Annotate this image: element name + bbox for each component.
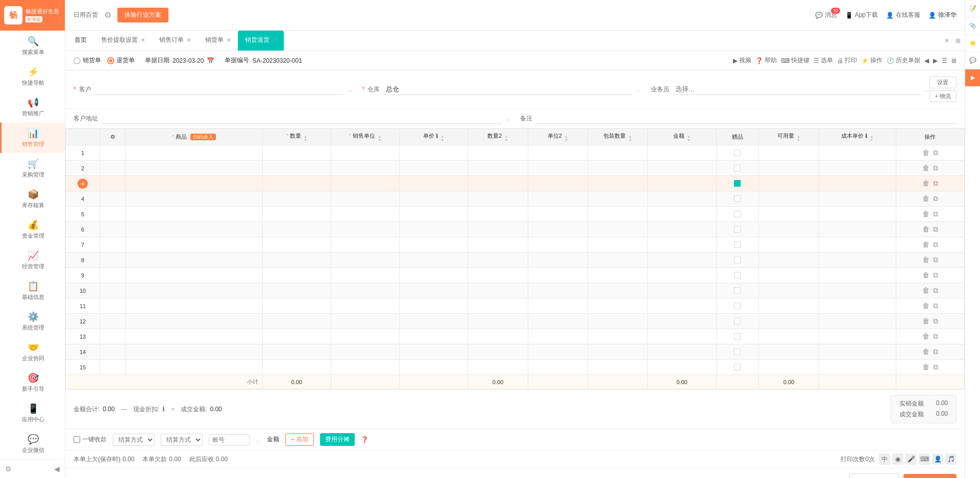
unit2-sort[interactable]: ▲▼ [565,135,568,142]
row-8-copy[interactable]: ⧉ [932,255,939,265]
unit-sort[interactable]: ▲▼ [378,135,381,142]
tab-menu[interactable]: ⊞ [953,35,963,46]
next-record-btn[interactable]: ▶ [933,57,938,64]
row-3-amount[interactable] [648,176,716,191]
pkg-sort[interactable]: ▲▼ [628,135,632,142]
sidebar-item-shortcut[interactable]: ⚡ 快捷导航 [0,61,65,92]
sidebar-item-marketing[interactable]: 📢 营销推广 [0,92,65,122]
radio-return[interactable]: 退货单 [107,56,135,65]
float-btn-attachment[interactable]: 📎 [965,17,980,35]
settlement-method-select[interactable]: 结算方式 [113,434,155,446]
qty-sort[interactable]: ▲▼ [304,135,307,142]
row-3-add-btn[interactable]: + [66,176,100,191]
salesperson-input[interactable] [672,84,921,95]
account-number-input[interactable] [209,434,250,445]
collapse-btn[interactable]: ◀ [54,465,60,473]
row-2-unit2[interactable] [528,161,587,176]
row-7-copy[interactable]: ⧉ [932,239,939,250]
customer-input[interactable] [94,84,344,95]
calc-method-select[interactable]: 结算方式 [161,434,203,446]
online-service-button[interactable]: 👤 在线客服 [886,11,920,19]
row-6-copy[interactable]: ⧉ [932,224,939,235]
row-1-unit[interactable] [331,145,399,161]
salesperson-more-btn[interactable]: ... [924,86,929,93]
row-2-qty[interactable] [262,161,331,176]
row-1-unit2[interactable] [528,145,587,161]
toolbar-icon-1[interactable]: 中 [879,454,890,465]
address-input[interactable] [101,113,502,124]
row-5-copy[interactable]: ⧉ [932,209,939,219]
sidebar-item-stock[interactable]: 📦 库存核算 [0,184,65,214]
row-6-delete[interactable]: 🗑 [921,224,930,234]
row-1-price[interactable] [400,145,468,161]
sidebar-item-apps[interactable]: 📱 应用中心 [0,398,65,429]
sidebar-item-system[interactable]: ⚙️ 系统管理 [0,306,65,337]
add-payment-button[interactable]: + 添加 [285,433,314,446]
row-1-delete[interactable]: 🗑 [921,147,930,158]
row-1-gift[interactable] [716,145,759,161]
row-3-delete[interactable]: 🗑 [921,178,930,188]
row-15-copy[interactable]: ⧉ [932,362,939,372]
warehouse-more-btn[interactable]: ... [635,86,641,93]
row-3-copy[interactable]: ⧉ [932,178,939,189]
one-click-payment-checkbox[interactable]: 一键收款 [74,435,107,444]
row-3-qty[interactable] [262,176,331,191]
row-2-product[interactable] [126,161,262,176]
tab-sales-return[interactable]: 销货退货 ✕ [238,31,284,51]
tab-close-all[interactable]: ✕ [942,35,951,46]
grid-view-btn[interactable]: ⊞ [951,57,957,64]
calendar-icon[interactable]: 📅 [207,57,214,64]
logistics-btn[interactable]: + 物流 [929,90,957,102]
sidebar-item-finance[interactable]: 💰 资金管理 [0,214,65,245]
video-btn[interactable]: ▶ 视频 [733,56,751,65]
sidebar-item-basic[interactable]: 📋 基础信息 [0,275,65,306]
discount-icon[interactable]: ℹ [162,406,165,413]
row-3-gift[interactable] [716,176,759,191]
tab-home[interactable]: 首页 [67,31,94,51]
row-14-delete[interactable]: 🗑 [921,346,930,357]
th-scan-btn[interactable]: 扫码录入 [190,134,216,140]
tab-close-price-setup[interactable]: ✕ [141,37,145,43]
row-1-pkg[interactable] [587,145,647,161]
tab-close-sales-order[interactable]: ✕ [187,37,191,43]
sidebar-item-search[interactable]: 🔍 搜索菜单 [0,31,65,61]
row-2-gift[interactable] [716,161,759,176]
row-1-product[interactable] [126,145,262,161]
address-more-btn[interactable]: ... [505,115,510,122]
row-4-copy[interactable]: ⧉ [932,193,939,204]
row-12-copy[interactable]: ⧉ [932,316,939,326]
avail-sort[interactable]: ▲▼ [797,135,800,142]
row-1-qty[interactable] [262,145,331,161]
fee-split-help-icon[interactable]: ❓ [361,436,369,443]
row-3-unit[interactable] [331,176,399,191]
row-1-copy[interactable]: ⧉ [932,147,939,158]
select-btn[interactable]: ☰ 选单 [814,56,833,65]
tab-sales-order[interactable]: 销售订单 ✕ [152,31,198,51]
qty2-sort[interactable]: ▲▼ [505,135,508,142]
toolbar-icon-3[interactable]: 🎤 [905,454,917,465]
sidebar-item-newbie[interactable]: 🎯 新手引导 [0,367,65,398]
th-gear[interactable]: ⚙ [100,129,126,145]
row-3-product-input[interactable] [128,180,260,187]
row-7-delete[interactable]: 🗑 [921,239,930,249]
radio-sales[interactable]: 销货单 [74,56,101,65]
row-11-delete[interactable]: 🗑 [921,300,930,311]
warehouse-input[interactable] [383,84,632,95]
settings-bottom-btn[interactable]: ⚙ [5,465,12,473]
row-9-delete[interactable]: 🗑 [921,270,930,280]
settings-side-btn[interactable]: 设置 [929,77,957,88]
customer-more-btn[interactable]: ... [347,86,352,93]
row-8-delete[interactable]: 🗑 [921,255,930,265]
operate-btn[interactable]: ⚡ 操作 [861,56,883,65]
one-click-payment-input[interactable] [74,436,80,443]
row-2-price[interactable] [400,161,468,176]
save-new-button[interactable]: 保存&新增 ▲ [903,474,957,478]
float-btn-star[interactable]: ⭐ [965,35,980,52]
tab-price-setup[interactable]: 售价提取设置 ✕ [94,31,152,51]
tab-sales-delivery[interactable]: 销货单 ✕ [198,31,238,51]
row-2-cost[interactable] [819,161,896,176]
experience-button[interactable]: 体验行业方案 [117,8,168,22]
sidebar-item-sales[interactable]: 📊 销售管理 [0,122,65,153]
cost-sort[interactable]: ▲▼ [870,135,873,142]
sidebar-item-wechat[interactable]: 💬 企业微信 [0,429,65,459]
